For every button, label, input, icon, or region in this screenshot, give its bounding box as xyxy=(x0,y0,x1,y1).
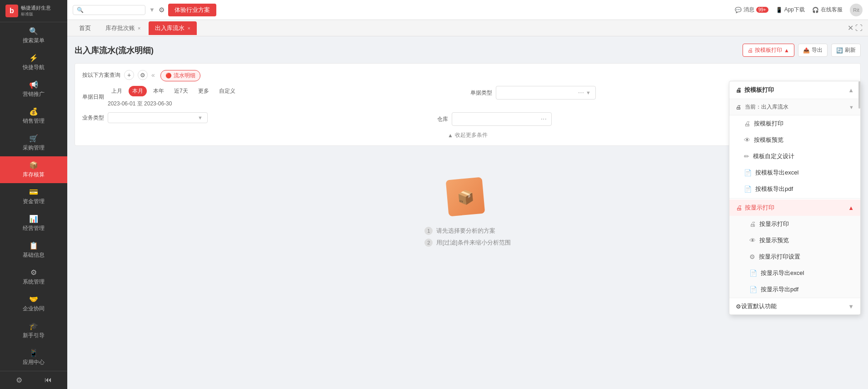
tab-close-inventory-batch[interactable]: × xyxy=(138,25,140,31)
dropdown-current-template[interactable]: 🖨 当前：出入库流水 ▼ xyxy=(729,99,860,115)
headset-icon: 🎧 xyxy=(812,7,819,13)
current-template-arrow-icon: ▼ xyxy=(849,105,854,110)
dropdown-display-print-settings[interactable]: ⚙ 按显示打印设置 xyxy=(729,249,860,265)
box-icon: 📦 xyxy=(29,161,38,170)
app-download-button[interactable]: 📱 App下载 xyxy=(776,6,805,14)
sidebar-item-basic[interactable]: 📋 基础信息 xyxy=(0,237,67,264)
filter-setting-button[interactable]: ⚙ xyxy=(138,70,148,80)
biz-type-group: 业务类型 ▼ xyxy=(82,112,432,123)
dropdown-display-print[interactable]: 🖨 按显示打印 xyxy=(729,216,860,232)
sidebar-item-purchase[interactable]: 🛒 采购管理 xyxy=(0,130,67,156)
settings-icon[interactable]: ⚙ xyxy=(16,376,22,384)
sidebar-item-cooperation[interactable]: 🤝 企业协同 xyxy=(0,290,67,317)
dropdown-footer-settings[interactable]: ⚙ 设置默认功能 ▼ xyxy=(729,298,860,314)
dropdown-export-excel-template[interactable]: 📄 按模板导出excel xyxy=(729,165,860,181)
voucher-type-more-icon[interactable]: ··· xyxy=(578,89,584,97)
topbar-gear-icon[interactable]: ⚙ xyxy=(159,6,165,14)
tab-inventory-flow[interactable]: 出入库流水 × xyxy=(149,21,196,35)
chart-icon: 📊 xyxy=(29,214,38,223)
search-input[interactable] xyxy=(85,7,141,13)
sidebar-item-system[interactable]: ⚙ 系统管理 xyxy=(0,264,67,290)
page-content: 出入库流水(流水明细) 🖨 按模板打印 ▲ 📤 导出 🔄 刷新 xyxy=(67,36,868,389)
online-service-button[interactable]: 🎧 在线客服 xyxy=(812,6,843,14)
date-tab-custom[interactable]: 自定义 xyxy=(215,86,239,96)
date-tab-more[interactable]: 更多 xyxy=(195,86,213,96)
date-tab-last-month[interactable]: 上月 xyxy=(108,86,126,96)
dropdown-section-display-print[interactable]: 🖨 按显示打印 ▲ xyxy=(729,199,860,216)
tab-expand-button[interactable]: ⛶ xyxy=(855,24,863,32)
topbar-search[interactable]: 🔍 xyxy=(73,5,145,15)
collapse-filter-button[interactable]: « xyxy=(151,71,155,79)
sidebar-item-marketing[interactable]: 📢 营销推广 xyxy=(0,76,67,103)
sidebar-item-guide[interactable]: 🎓 新手引导 xyxy=(0,317,67,344)
tab-inventory-batch[interactable]: 库存批次账 × xyxy=(99,21,147,35)
warehouse-select[interactable]: ··· xyxy=(452,112,552,126)
print-icon: 🖨 xyxy=(748,47,753,54)
date-picker-tabs: 上月 本月 本年 近7天 更多 自定义 xyxy=(108,86,239,96)
tabs-bar: 首页 库存批次账 × 出入库流水 × ✕ ⛶ xyxy=(67,20,868,36)
trial-button[interactable]: 体验行业方案 xyxy=(168,4,216,16)
dropdown-display-export-pdf[interactable]: 📄 按显示导出pdf xyxy=(729,281,860,298)
export-button[interactable]: 📤 导出 xyxy=(798,44,828,57)
custom-template-icon: ✏ xyxy=(744,153,749,160)
sidebar-item-label: 营销推广 xyxy=(23,90,45,98)
sidebar-item-search[interactable]: 🔍 搜索菜单 xyxy=(0,22,67,49)
dropdown-header-arrow-icon[interactable]: ▲ xyxy=(848,87,854,94)
sidebar-item-label: 经营管理 xyxy=(23,224,45,232)
print-template-button[interactable]: 🖨 按模板打印 ▲ xyxy=(743,44,794,57)
excel-template-icon: 📄 xyxy=(744,169,752,176)
date-tab-this-year[interactable]: 本年 xyxy=(150,86,168,96)
scrollbar-thumb[interactable] xyxy=(858,81,860,109)
print-template-label: 按模板打印 xyxy=(755,46,782,54)
date-tab-7days[interactable]: 近7天 xyxy=(170,86,192,96)
display-preview-icon: 👁 xyxy=(749,237,756,244)
filter-chip-flow[interactable]: 🔴 流水明细 xyxy=(160,70,200,81)
tip-text-2: 用[过滤]条件来缩小分析范围 xyxy=(436,239,510,247)
inventory-batch-tab-label: 库存批次账 xyxy=(105,24,135,32)
tab-close-all-button[interactable]: ✕ xyxy=(848,24,853,32)
current-template-label: 当前：出入库流水 xyxy=(745,103,788,111)
dropdown-export-pdf-template[interactable]: 📄 按模板导出pdf xyxy=(729,181,860,197)
dropdown-display-export-excel[interactable]: 📄 按显示导出excel xyxy=(729,265,860,281)
warehouse-more-icon[interactable]: ··· xyxy=(541,115,547,123)
pdf-template-icon: 📄 xyxy=(744,185,752,193)
logo-icon: b xyxy=(5,5,18,17)
collapse-more-label: 收起更多条件 xyxy=(455,131,488,139)
message-icon: 💬 xyxy=(735,7,742,13)
dropdown-arrow-icon[interactable]: ▼ xyxy=(149,6,155,13)
print-dropdown-icon: 🖨 xyxy=(736,87,742,94)
tab-close-inventory-flow[interactable]: × xyxy=(187,25,190,31)
current-template-icon: 🖨 xyxy=(736,104,741,110)
collapse-sidebar-icon[interactable]: ⏮ xyxy=(45,376,52,384)
user-avatar[interactable]: Rit xyxy=(850,4,863,16)
dropdown-divider xyxy=(729,198,860,199)
biz-type-arrow-icon: ▼ xyxy=(198,115,203,120)
date-tab-this-month[interactable]: 本月 xyxy=(129,86,147,96)
tab-home[interactable]: 首页 xyxy=(73,21,97,35)
search-row-1: 按以下方案查询 + ⚙ « 🔴 流水明细 xyxy=(82,70,853,81)
message-button[interactable]: 💬 消息 99+ xyxy=(735,6,768,14)
sidebar-item-app-center[interactable]: 📱 应用中心 xyxy=(0,344,67,371)
biz-type-select[interactable]: ▼ xyxy=(108,112,208,123)
dropdown-preview-template[interactable]: 👁 按模板预览 xyxy=(729,132,860,148)
date-field-group: 单据日期 上月 本月 本年 近7天 更多 自定义 2023-06-01 至 20… xyxy=(82,86,465,108)
date-label: 单据日期 xyxy=(82,93,104,101)
sidebar-item-inventory[interactable]: 📦 库存核算 xyxy=(0,156,67,183)
voucher-type-select[interactable]: ··· ▼ xyxy=(496,86,596,100)
download-icon: 📱 xyxy=(776,7,783,13)
add-filter-button[interactable]: + xyxy=(124,70,134,80)
collapse-more-button[interactable]: ▲ 收起更多条件 xyxy=(448,131,488,139)
tabs-right-controls: ✕ ⛶ xyxy=(848,24,863,32)
dropdown-sub-display: 🖨 按显示打印 👁 按显示预览 ⚙ 按显示打印设置 📄 按显示导出excel 📄 xyxy=(729,216,860,298)
search-icon: 🔍 xyxy=(77,7,84,13)
refresh-button[interactable]: 🔄 刷新 xyxy=(831,44,861,57)
sidebar-item-operation[interactable]: 📊 经营管理 xyxy=(0,210,67,237)
dropdown-print-template[interactable]: 🖨 按模板打印 xyxy=(729,115,860,132)
sidebar: b 畅捷通好生意 标准版 🔍 搜索菜单 ⚡ 快捷导航 📢 营销推广 💰 销售管理… xyxy=(0,0,67,389)
sidebar-item-sales[interactable]: 💰 销售管理 xyxy=(0,103,67,130)
sidebar-item-quick-nav[interactable]: ⚡ 快捷导航 xyxy=(0,49,67,76)
display-print-section-label: 按显示打印 xyxy=(745,204,774,212)
dropdown-custom-template[interactable]: ✏ 模板自定义设计 xyxy=(729,148,860,165)
dropdown-display-preview[interactable]: 👁 按显示预览 xyxy=(729,232,860,249)
sidebar-item-finance[interactable]: 💳 资金管理 xyxy=(0,183,67,210)
